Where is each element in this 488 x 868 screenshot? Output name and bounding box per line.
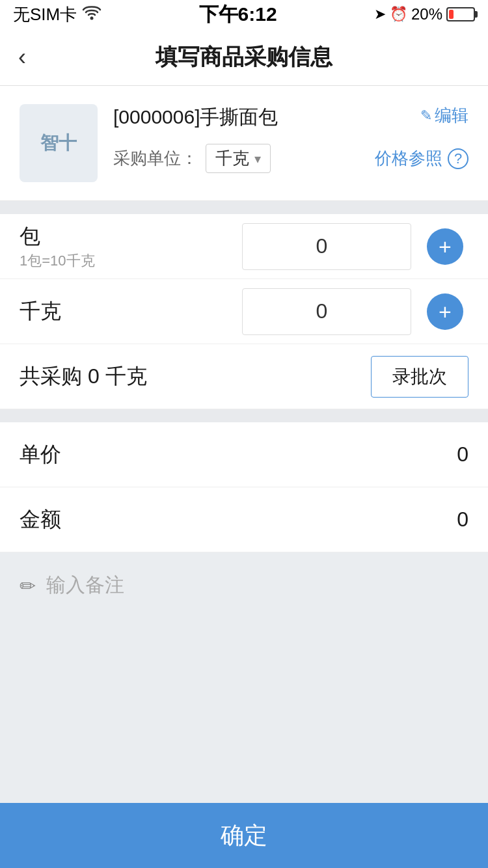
- bag-plus-button[interactable]: +: [422, 223, 468, 270]
- bag-field-wrapper: +: [98, 223, 468, 270]
- price-ref-info-icon: ?: [448, 148, 468, 169]
- carrier-text: 无SIM卡: [13, 3, 77, 26]
- remark-placeholder: 输入备注: [46, 572, 124, 599]
- status-right: ➤ ⏰ 20%: [374, 5, 475, 23]
- location-icon: ➤: [374, 6, 386, 23]
- kg-plus-button[interactable]: +: [422, 288, 468, 335]
- product-info: [0000006]手撕面包 ✎ 编辑 采购单位： 千克 ▾ 价格参照 ?: [113, 104, 468, 173]
- edit-icon: ✎: [420, 107, 432, 124]
- battery-icon: [446, 7, 475, 21]
- alarm-icon: ⏰: [390, 6, 407, 23]
- status-bar: 无SIM卡 下午6:12 ➤ ⏰ 20%: [0, 0, 488, 29]
- battery-percent: 20%: [411, 5, 442, 23]
- unit-label: 采购单位：: [113, 147, 198, 170]
- empty-area: [0, 618, 488, 820]
- price-section: 单价 0 金额 0: [0, 422, 488, 552]
- unit-price-label: 单价: [20, 441, 61, 469]
- section-divider-2: [0, 409, 488, 422]
- product-image: 智十: [20, 104, 98, 182]
- bag-input-row: 包 1包=10千克 +: [0, 214, 488, 279]
- wifi-icon: [82, 5, 102, 25]
- nav-bar: ‹ 填写商品采购信息: [0, 29, 488, 86]
- confirm-button[interactable]: 确定: [0, 803, 488, 868]
- amount-row: 金额 0: [0, 487, 488, 552]
- section-divider-1: [0, 201, 488, 214]
- total-row: 共采购 0 千克 录批次: [0, 344, 488, 409]
- unit-select[interactable]: 千克 ▾: [206, 144, 271, 173]
- product-name-row: [0000006]手撕面包 ✎ 编辑: [113, 104, 468, 131]
- status-time: 下午6:12: [199, 1, 277, 28]
- plus-icon: +: [427, 228, 463, 265]
- total-text: 共采购 0 千克: [20, 362, 147, 391]
- price-ref-button[interactable]: 价格参照 ?: [375, 147, 468, 170]
- unit-price-row: 单价 0: [0, 422, 488, 487]
- unit-price-value: 0: [457, 442, 468, 467]
- bag-label: 包 1包=10千克: [20, 223, 98, 271]
- product-name: [0000006]手撕面包: [113, 104, 278, 131]
- kg-input[interactable]: [242, 288, 411, 335]
- bag-input[interactable]: [242, 223, 411, 270]
- edit-button[interactable]: ✎ 编辑: [420, 104, 468, 127]
- product-logo-text: 智十: [40, 131, 77, 156]
- kg-input-row: 千克 +: [0, 279, 488, 344]
- nav-title: 填写商品采购信息: [156, 42, 332, 72]
- amount-label: 金额: [20, 506, 61, 534]
- kg-label: 千克: [20, 297, 98, 326]
- kg-plus-icon: +: [427, 293, 463, 330]
- svg-point-0: [90, 16, 94, 20]
- unit-row: 采购单位： 千克 ▾ 价格参照 ?: [113, 144, 468, 173]
- input-section: 包 1包=10千克 + 千克 + 共采购 0 千克 录批次: [0, 214, 488, 409]
- status-left: 无SIM卡: [13, 3, 102, 26]
- back-button[interactable]: ‹: [18, 44, 26, 71]
- chevron-down-icon: ▾: [254, 151, 261, 167]
- batch-button[interactable]: 录批次: [371, 356, 468, 398]
- remark-section[interactable]: ✏ 输入备注: [0, 552, 488, 618]
- product-card: 智十 [0000006]手撕面包 ✎ 编辑 采购单位： 千克 ▾ 价格参照 ?: [0, 86, 488, 201]
- amount-value: 0: [457, 508, 468, 532]
- pencil-icon: ✏: [20, 575, 36, 597]
- kg-field-wrapper: +: [98, 288, 468, 335]
